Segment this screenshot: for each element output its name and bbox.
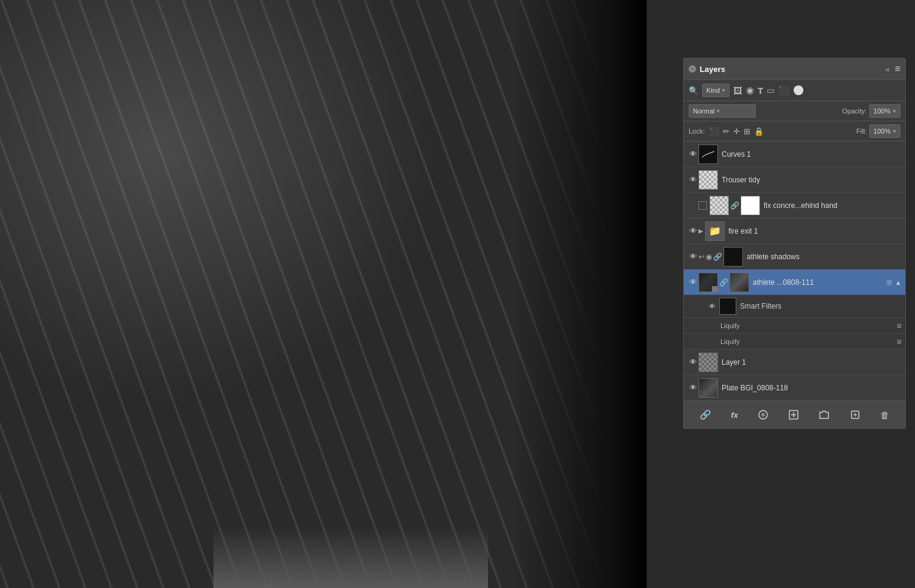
kind-dropdown[interactable]: Kind ▾ <box>702 84 730 97</box>
new-group-button[interactable] <box>816 407 832 423</box>
lock-row: Lock: ⬛ ✏ ✛ ⊞ 🔒 Fill: 100% ▾ <box>684 121 905 142</box>
layer-name: fire exit 1 <box>728 227 902 235</box>
blend-chevron-icon: ▾ <box>717 108 720 114</box>
layer-thumbnail-wrapper <box>698 145 718 164</box>
search-icon: 🔍 <box>689 86 698 95</box>
layer-mask-thumbnail <box>741 196 760 215</box>
photo-background <box>0 0 647 588</box>
layer-mask-thumbnail <box>730 273 749 292</box>
blend-mode-dropdown[interactable]: Normal ▾ <box>689 104 756 118</box>
adjustment-layer-button[interactable] <box>786 407 802 423</box>
new-layer-button[interactable] <box>847 407 863 423</box>
layer-row[interactable]: 👁 Plate BGI_0808-118 <box>684 375 905 401</box>
fill-chevron-icon: ▾ <box>893 128 896 134</box>
filter-white-circle[interactable] <box>794 85 803 95</box>
layers-panel: × Layers « ≡ 🔍 Kind ▾ 🖼 ◉ T ▭ ⬛ Normal ▾ <box>683 58 906 429</box>
fx-circle-icon: ◉ <box>706 253 712 261</box>
layer-name: fix concre...ehind hand <box>764 201 902 210</box>
lock-artboard-icon[interactable]: ⊞ <box>744 127 750 136</box>
layer-row[interactable]: 👁 Layer 1 <box>684 350 905 375</box>
lock-move-icon[interactable]: ✛ <box>733 127 740 136</box>
link-layers-button[interactable]: 🔗 <box>697 407 714 423</box>
smart-filter-icon[interactable]: ◎ <box>886 278 892 286</box>
layer-name: Layer 1 <box>722 358 902 367</box>
layer-thumbnail-wrapper <box>709 196 729 215</box>
chain-icon: 🔗 <box>730 201 739 210</box>
panel-titlebar: × Layers « ≡ <box>684 59 905 80</box>
layer-visibility-toggle[interactable]: 👁 <box>687 277 698 288</box>
layer-thumbnail <box>698 170 718 190</box>
smart-filters-row[interactable]: 👁 Smart Filters <box>684 295 905 318</box>
filter-image-icon[interactable]: 🖼 <box>733 85 742 96</box>
filter-shape-icon[interactable]: ▭ <box>767 85 775 95</box>
layer-thumbnail-wrapper <box>698 273 718 292</box>
layer-name: Plate BGI_0808-118 <box>722 384 902 392</box>
chain-icon: 🔗 <box>713 253 722 261</box>
layer-thumbnail <box>698 353 718 372</box>
layer-name: Curves 1 <box>722 150 902 159</box>
panel-toolbar: 🔗 fx 🗑 <box>684 401 905 428</box>
layer-name: athlete ...0808-111 <box>753 278 886 287</box>
lock-pixel-icon[interactable]: ⬛ <box>709 127 719 136</box>
panel-menu-icon[interactable]: ≡ <box>895 63 900 74</box>
add-mask-button[interactable] <box>755 407 771 423</box>
layer-row[interactable]: 👁 ▶ 📁 fire exit 1 <box>684 218 905 244</box>
layer-thumbnail-wrapper <box>698 378 718 398</box>
panel-close-button[interactable]: × <box>689 65 696 73</box>
layer-row[interactable]: 👁 Curves 1 <box>684 142 905 167</box>
fill-group: Fill: 100% ▾ <box>856 124 900 138</box>
layer-row[interactable]: 👁 Trouser tidy <box>684 167 905 193</box>
group-expand-arrow[interactable]: ▶ <box>698 228 703 234</box>
photo-canvas <box>0 0 647 588</box>
filter-row: 🔍 Kind ▾ 🖼 ◉ T ▭ ⬛ <box>684 80 905 101</box>
fx-button[interactable]: fx <box>728 408 741 422</box>
filter-circle-icon[interactable]: ◉ <box>746 85 754 96</box>
fill-dropdown[interactable]: 100% ▾ <box>869 124 900 138</box>
filter-layer-icon[interactable]: ⬛ <box>778 85 789 95</box>
group-thumbnail: 📁 <box>705 221 725 241</box>
opacity-group: Opacity: 100% ▾ <box>842 104 901 118</box>
layer-visibility-toggle[interactable]: 👁 <box>687 382 698 393</box>
layer-visibility-toggle[interactable]: 👁 <box>687 357 698 368</box>
lock-icons-group: ⬛ ✏ ✛ ⊞ 🔒 <box>709 127 764 136</box>
smart-filter-liquify-2[interactable]: Liquify ≡ <box>684 334 905 350</box>
opacity-dropdown[interactable]: 100% ▾ <box>869 104 900 118</box>
smart-object-badge <box>712 286 718 292</box>
filter-type-icon[interactable]: T <box>758 85 763 96</box>
smart-filters-thumb <box>719 298 736 315</box>
panel-title: Layers <box>700 65 725 74</box>
layer-name: athlete shadows <box>747 253 902 261</box>
layer-visibility-toggle[interactable]: 👁 <box>687 149 698 160</box>
layer-visibility-hidden <box>687 200 698 211</box>
layer-row[interactable]: 🔗 fix concre...ehind hand <box>684 193 905 218</box>
layer-visibility-toggle[interactable]: 👁 <box>687 174 698 185</box>
layer-visibility-toggle[interactable]: 👁 <box>687 226 698 237</box>
layer-row[interactable]: 👁 🔗 athlete ...0808-111 ◎ ▲ <box>684 270 905 295</box>
layer-thumbnail <box>709 196 729 215</box>
liquify-1-settings-icon[interactable]: ≡ <box>897 321 902 331</box>
layer-thumbnail <box>698 378 718 398</box>
lock-brush-icon[interactable]: ✏ <box>723 127 730 136</box>
layer-extra-icons: ◎ ▲ <box>886 278 902 286</box>
layer-expand-arrow[interactable]: ▲ <box>895 279 902 286</box>
layers-list: 👁 Curves 1 👁 Trouser tidy <box>684 142 905 401</box>
opacity-chevron-icon: ▾ <box>893 108 896 114</box>
lock-all-icon[interactable]: 🔒 <box>754 127 764 136</box>
liquify-1-label: Liquify <box>720 322 897 329</box>
liquify-2-label: Liquify <box>720 338 897 345</box>
smart-filters-label: Smart Filters <box>740 302 781 310</box>
panel-collapse-icon[interactable]: « <box>885 65 889 74</box>
return-arrow-icon: ↩ <box>698 253 705 261</box>
smart-filter-liquify-1[interactable]: Liquify ≡ <box>684 318 905 334</box>
svg-point-3 <box>761 413 765 417</box>
layer-visibility-toggle[interactable]: 👁 <box>687 251 698 262</box>
layer-row[interactable]: 👁 ↩ ◉ 🔗 athlete shadows <box>684 244 905 270</box>
layer-name: Trouser tidy <box>722 176 902 184</box>
layer-thumbnail <box>698 145 718 164</box>
chain-icon: 🔗 <box>719 278 728 287</box>
delete-layer-button[interactable]: 🗑 <box>878 407 892 423</box>
liquify-2-settings-icon[interactable]: ≡ <box>897 337 902 346</box>
smart-filters-visibility[interactable]: 👁 <box>707 301 717 311</box>
chevron-down-icon: ▾ <box>722 87 725 93</box>
blend-mode-row: Normal ▾ Opacity: 100% ▾ <box>684 101 905 121</box>
